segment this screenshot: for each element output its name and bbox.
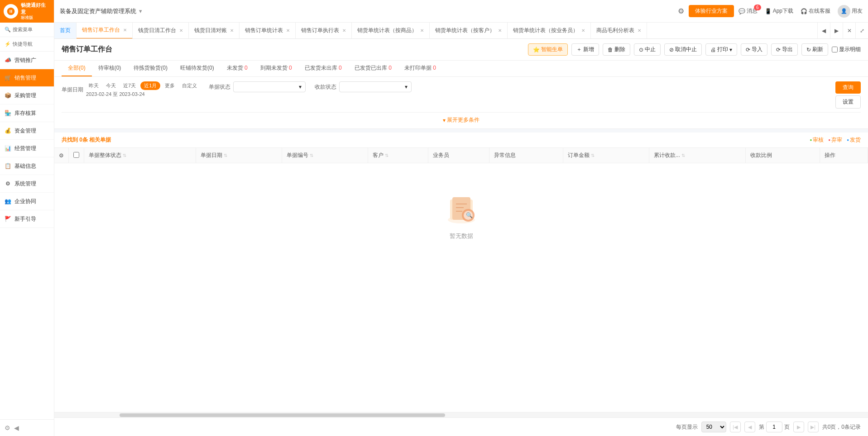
- date-btn-7days[interactable]: 近7天: [120, 81, 139, 90]
- tab-cash-daily[interactable]: 钱货日清工作台 ✕: [133, 23, 189, 39]
- export-btn[interactable]: ⟳ 导出: [771, 43, 798, 56]
- print-btn[interactable]: 🖨 打印 ▾: [705, 43, 737, 56]
- settings-bottom-btn[interactable]: ⚙: [5, 424, 10, 431]
- first-page-btn[interactable]: |◀: [730, 422, 741, 432]
- close-goods-margin-tab[interactable]: ✕: [638, 28, 641, 33]
- date-btn-more[interactable]: 更多: [162, 81, 177, 90]
- ship-action-btn[interactable]: 发货: [847, 136, 861, 144]
- sidebar-item-search[interactable]: 🔍 搜索菜单: [0, 23, 54, 37]
- sidebar-item-marketing[interactable]: 📣 营销推广: [0, 52, 54, 69]
- sort-date-icon: ⇅: [224, 153, 227, 158]
- import-btn[interactable]: ⟳ 导入: [741, 43, 767, 56]
- show-detail-label[interactable]: 显示明细: [832, 46, 861, 53]
- close-sales-workbench-tab[interactable]: ✕: [123, 28, 127, 33]
- tab-sales-stat-staff[interactable]: 销货单统计表（按业务员） ✕: [508, 23, 591, 39]
- tab-sales-stat-customer[interactable]: 销货单统计表（按客户） ✕: [430, 23, 508, 39]
- filter-tab-not-shipped[interactable]: 未发货 0: [221, 61, 254, 76]
- tab-next-btn[interactable]: ▶: [830, 23, 843, 39]
- set-btn[interactable]: 设置: [835, 95, 861, 109]
- sidebar-item-operation[interactable]: 📊 经营管理: [0, 140, 54, 157]
- sidebar-item-basic[interactable]: 📋 基础信息: [0, 157, 54, 175]
- payment-select[interactable]: ▾: [339, 81, 412, 92]
- stop-btn[interactable]: ⊙ 中止: [634, 43, 661, 56]
- system-dropdown-icon[interactable]: ▾: [139, 8, 142, 14]
- col-date[interactable]: 单据日期 ⇅: [196, 148, 282, 163]
- close-sales-stat-product-tab[interactable]: ✕: [420, 28, 424, 33]
- horizontal-scrollbar[interactable]: [54, 412, 868, 417]
- page-input[interactable]: [766, 422, 782, 432]
- table-checkbox-header[interactable]: [69, 148, 84, 163]
- table-settings-cell[interactable]: ⚙: [54, 148, 69, 163]
- delete-btn[interactable]: 🗑 删除: [603, 43, 630, 56]
- query-btn[interactable]: 查询: [835, 81, 861, 94]
- sidebar-item-inventory[interactable]: 🏪 库存核算: [0, 104, 54, 122]
- col-amount[interactable]: 订单金额 ⇅: [563, 148, 649, 163]
- filter-tab-shipped-not-warehoused[interactable]: 已发货未出库 0: [298, 61, 348, 76]
- close-cash-reconcile-tab[interactable]: ✕: [230, 28, 234, 33]
- filter-tab-expired-not-shipped[interactable]: 到期未发货 0: [254, 61, 298, 76]
- new-btn[interactable]: ＋ 新增: [571, 43, 599, 56]
- sidebar-item-system[interactable]: ⚙ 系统管理: [0, 175, 54, 193]
- close-cash-daily-tab[interactable]: ✕: [179, 28, 183, 33]
- status-select[interactable]: ▾: [233, 81, 306, 92]
- settings-icon[interactable]: ⚙: [678, 7, 684, 15]
- show-detail-checkbox[interactable]: [832, 47, 838, 52]
- col-status[interactable]: 单据整体状态 ⇅: [84, 148, 196, 163]
- filter-tab-all[interactable]: 全部(0): [62, 61, 92, 76]
- sidebar-item-sales[interactable]: 🛒 销售管理: [0, 69, 54, 87]
- tab-sales-exec[interactable]: 销售订单执行表 ✕: [296, 23, 352, 39]
- industry-plan-btn[interactable]: 体验行业方案: [689, 5, 734, 17]
- collapse-sidebar-btn[interactable]: ◀: [14, 424, 19, 431]
- close-sales-exec-tab[interactable]: ✕: [342, 28, 346, 33]
- close-sales-stat-staff-tab[interactable]: ✕: [581, 28, 585, 33]
- user-menu-btn[interactable]: 👤 用友: [838, 5, 863, 18]
- filter-tab-wangpu[interactable]: 旺铺待发货(0): [174, 61, 221, 76]
- last-page-btn[interactable]: ▶|: [808, 422, 819, 432]
- tab-home[interactable]: 首页: [54, 23, 77, 39]
- filter-tab-pending-inspect[interactable]: 待拣货验货(0): [127, 61, 174, 76]
- review-action-btn[interactable]: 审核: [810, 136, 824, 144]
- filter-tab-pending-review[interactable]: 待审核(0): [92, 61, 128, 76]
- prev-page-btn[interactable]: ◀: [744, 422, 755, 432]
- filter-pending-inspect-label: 待拣货验货(0): [134, 65, 168, 71]
- per-page-select[interactable]: 10 20 50 100: [701, 422, 726, 432]
- col-operation-label: 操作: [825, 152, 835, 158]
- online-service-btn[interactable]: 🎧 在线客服: [801, 7, 830, 15]
- cancel-stop-btn[interactable]: ⊘ 取消中止: [664, 43, 702, 56]
- close-sales-stats-tab[interactable]: ✕: [286, 28, 290, 33]
- sidebar-item-enterprise[interactable]: 👥 企业协同: [0, 193, 54, 210]
- close-sales-stat-customer-tab[interactable]: ✕: [498, 28, 502, 33]
- sidebar-item-guide[interactable]: 🚩 新手引导: [0, 210, 54, 228]
- select-all-checkbox[interactable]: [73, 152, 79, 158]
- tab-sales-workbench[interactable]: 销售订单工作台 ✕: [77, 23, 133, 39]
- filter-tab-not-printed[interactable]: 未打印单据 0: [398, 61, 442, 76]
- sidebar-item-purchase[interactable]: 📦 采购管理: [0, 87, 54, 104]
- tab-prev-btn[interactable]: ◀: [817, 23, 830, 39]
- date-btn-yesterday[interactable]: 昨天: [86, 81, 101, 90]
- unreviewed-action-btn[interactable]: 弃审: [828, 136, 842, 144]
- app-download-btn[interactable]: 📱 App下载: [765, 7, 793, 15]
- next-page-btn[interactable]: ▶: [793, 422, 804, 432]
- date-btn-1month[interactable]: 近1月: [140, 81, 160, 90]
- tab-nav-controls: ◀ ▶ ✕ ⤢: [817, 23, 868, 39]
- col-cumulative[interactable]: 累计收款... ⇅: [649, 148, 746, 163]
- tab-goods-margin[interactable]: 商品毛利分析表 ✕: [591, 23, 647, 39]
- sidebar-item-quick-nav[interactable]: ⚡ 快捷导航: [0, 37, 54, 52]
- filter-tab-shipped-warehoused[interactable]: 已发货已出库 0: [348, 61, 398, 76]
- tab-sales-stat-product[interactable]: 销货单统计表（按商品） ✕: [352, 23, 430, 39]
- payment-label: 收款状态: [315, 83, 336, 91]
- date-btn-custom[interactable]: 自定义: [179, 81, 200, 90]
- col-customer[interactable]: 客户 ⇅: [368, 148, 428, 163]
- tab-close-all-btn[interactable]: ✕: [843, 23, 855, 39]
- refresh-btn[interactable]: ↻ 刷新: [801, 43, 828, 56]
- message-btn[interactable]: 💬 消息 6: [739, 7, 758, 15]
- smart-create-btn[interactable]: ⭐ 智能生单: [528, 43, 568, 56]
- expand-conditions-btn[interactable]: ▾ 展开更多条件: [443, 116, 480, 124]
- tab-sales-stats[interactable]: 销售订单统计表 ✕: [240, 23, 296, 39]
- date-btn-today[interactable]: 今天: [103, 81, 119, 90]
- sidebar-item-finance[interactable]: 💰 资金管理: [0, 122, 54, 140]
- scroll-thumb[interactable]: [120, 413, 445, 417]
- tab-cash-reconcile[interactable]: 钱货日清对账 ✕: [189, 23, 240, 39]
- col-number[interactable]: 单据编号 ⇅: [282, 148, 368, 163]
- tab-maximize-btn[interactable]: ⤢: [855, 23, 868, 39]
